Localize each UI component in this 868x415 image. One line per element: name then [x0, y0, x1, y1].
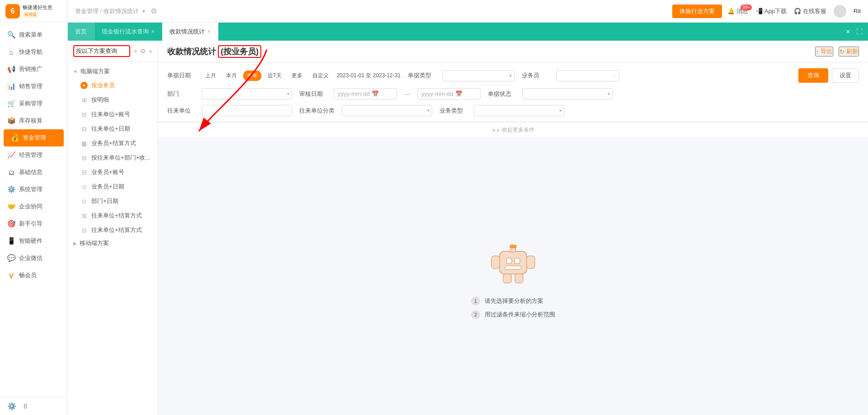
scheme-item-dept-date[interactable]: ⊙ 部门+日期: [68, 194, 158, 208]
sidebar-item-funds[interactable]: 💰 资金管理: [4, 129, 64, 146]
sidebar-item-quick-nav[interactable]: ⌂ 快捷导航: [0, 43, 67, 61]
empty-step-2: 2 用过滤条件来缩小分析范围: [471, 310, 555, 319]
wechat-icon: 💬: [7, 254, 15, 262]
query-button[interactable]: 查询: [798, 68, 828, 83]
sidebar-item-purchase[interactable]: 🛒 采购管理: [0, 95, 67, 112]
header-gear-icon[interactable]: ⚙: [151, 7, 157, 15]
partner-select[interactable]: [202, 105, 292, 116]
date-tab-custom[interactable]: 自定义: [309, 71, 332, 81]
messages-button[interactable]: 🔔 消息 99+: [727, 7, 748, 15]
scheme-item-partner-account[interactable]: ⊟ 往来单位+账号: [68, 107, 158, 122]
scheme-section: ▼ 电脑端方案 ● 按业务员 ⊞ 按明细 ⊟ 往来单位+账号 ⊟: [68, 62, 158, 253]
sidebar-item-label: 销售管理: [19, 82, 42, 90]
bank-flow-tab-close[interactable]: ×: [151, 28, 155, 35]
footer-collapse-icon[interactable]: ⏸: [22, 402, 29, 410]
doc-type-select[interactable]: [442, 70, 514, 81]
scheme-label: 往来单位+账号: [91, 110, 130, 118]
step-2-text: 用过滤条件来缩小分析范围: [485, 311, 555, 319]
mobile-scheme-group[interactable]: ▶ 移动端方案: [68, 237, 158, 250]
sidebar-item-enterprise[interactable]: 🤝 企业协同: [0, 198, 67, 215]
partner-category-select[interactable]: [342, 105, 432, 116]
sidebar-item-wechat[interactable]: 💬 企业微信: [0, 250, 67, 267]
scheme-label: 业务员+日期: [91, 183, 124, 191]
date-tab-last-7[interactable]: 近7天: [264, 71, 285, 81]
refresh-icon: ↻: [840, 48, 844, 55]
export-button[interactable]: ↑ 导出: [815, 47, 834, 57]
sidebar-item-search-menu[interactable]: 🔍 搜索菜单: [0, 26, 67, 43]
svg-rect-6: [491, 256, 500, 269]
footer-settings-icon[interactable]: ⚙️: [7, 402, 16, 410]
scheme-item-sal-account[interactable]: ⊟ 业务员+账号: [68, 165, 158, 179]
review-date-end[interactable]: yyyy-mm-dd 📅: [417, 88, 481, 99]
sidebar-item-member[interactable]: V 畅会员: [0, 267, 67, 284]
bell-icon: 🔔: [727, 8, 735, 14]
sidebar-item-operations[interactable]: 📈 经营管理: [0, 146, 67, 164]
scheme-icon-partner-settle1: ⊞: [80, 212, 88, 219]
user-avatar[interactable]: [834, 5, 846, 18]
biz-type-select[interactable]: [474, 105, 564, 116]
app-download-label: App下载: [764, 7, 787, 15]
page-content: 按以下方案查询 + ⚙ « ▼ 电脑端方案 ● 按业务员 ⊞: [68, 41, 868, 415]
date-tab-this-month[interactable]: 本月: [222, 71, 241, 81]
scheme-item-sal-date[interactable]: ⊙ 业务员+日期: [68, 179, 158, 194]
date-tab-last-month[interactable]: 上月: [202, 71, 220, 81]
review-date-start[interactable]: yyyy-mm-dd 📅: [334, 88, 397, 99]
sidebar-item-sales[interactable]: 📊 销售管理: [0, 78, 67, 95]
search-menu-icon: 🔍: [7, 31, 15, 39]
step-1-text: 请先选择要分析的方案: [485, 297, 543, 305]
empty-step-1: 1 请先选择要分析的方案: [471, 297, 555, 306]
svg-rect-2: [514, 258, 520, 264]
desktop-group-arrow: ▼: [73, 69, 78, 74]
breadcrumb-dropdown-icon[interactable]: ▾: [142, 8, 145, 14]
scheme-item-salesperson-settle[interactable]: ▦ 业务员+结算方式: [68, 136, 158, 151]
dept-select[interactable]: [202, 88, 292, 99]
settings-scheme-icon[interactable]: ⚙: [140, 47, 146, 55]
sidebar-item-smart-hw[interactable]: 📱 智能硬件: [0, 232, 67, 250]
scheme-item-by-salesperson[interactable]: ● 按业务员: [68, 78, 158, 93]
trial-button[interactable]: 体验行业方案: [672, 5, 722, 18]
app-download-button[interactable]: 📲 App下载: [755, 7, 787, 15]
scheme-item-by-detail[interactable]: ⊞ 按明细: [68, 93, 158, 107]
svg-rect-9: [515, 274, 523, 283]
scheme-item-partner-settle2[interactable]: ⊟ 往来单位+结算方式: [68, 223, 158, 237]
sidebar-item-guide[interactable]: 🎯 新手引导: [0, 215, 67, 232]
date-tab-more[interactable]: 更多: [288, 71, 306, 81]
export-label: 导出: [821, 47, 832, 56]
calendar-icon-start: 📅: [372, 90, 379, 97]
sidebar-item-basic-info[interactable]: 🗂 基础信息: [0, 164, 67, 181]
purchase-icon: 🛒: [7, 99, 15, 108]
tab-collection-stats[interactable]: 收款情况统计 ×: [162, 23, 218, 41]
scheme-item-partner-dept[interactable]: ⊟ 按往来单位+部门+收...: [68, 151, 158, 165]
scheme-item-partner-settle1[interactable]: ⊞ 往来单位+结算方式: [68, 208, 158, 223]
sidebar-item-marketing[interactable]: 📢 营销推广: [0, 61, 67, 78]
scheme-icon-partner-date: ⊟: [80, 126, 88, 132]
date-dash: —: [404, 90, 410, 97]
collection-stats-tab-close[interactable]: ×: [208, 28, 211, 35]
page-title-bar: 收款情况统计(按业务员) ↑ 导出 ↻ 刷新: [158, 41, 868, 63]
active-scheme-dot: ●: [80, 82, 88, 89]
top-header: 资金管理 / 收款情况统计 ▾ ⚙ 体验行业方案 🔔 消息 99+ 📲 App下…: [68, 0, 868, 23]
refresh-button[interactable]: ↻ 刷新: [839, 47, 859, 57]
filter-row-actions: 查询 设置: [798, 68, 859, 83]
salesperson-select[interactable]: [556, 70, 619, 81]
date-tab-this-year[interactable]: 本年: [243, 71, 261, 81]
logo-icon: 6: [5, 4, 20, 19]
expand-window-icon[interactable]: ⛶: [856, 28, 863, 35]
close-window-icon[interactable]: ✕: [845, 28, 851, 35]
refresh-label: 刷新: [846, 47, 858, 56]
collapse-bar[interactable]: ∧∧ 收起更多条件: [158, 122, 868, 137]
biz-type-select-wrap: ▾: [474, 105, 564, 116]
sidebar-item-inventory[interactable]: 📦 库存核算: [0, 112, 67, 129]
settings-button[interactable]: 设置: [832, 68, 859, 83]
desktop-scheme-group[interactable]: ▼ 电脑端方案: [68, 65, 158, 78]
tab-bank-flow[interactable]: 现金银行流水查询 ×: [94, 23, 162, 41]
guide-icon: 🎯: [7, 220, 15, 228]
scheme-item-partner-date[interactable]: ⊟ 往来单位+日期: [68, 122, 158, 136]
tab-home[interactable]: 首页: [68, 23, 94, 41]
sidebar-item-system[interactable]: ⚙️ 系统管理: [0, 181, 67, 198]
biz-type-label: 业务类型: [439, 107, 467, 115]
online-service-button[interactable]: 🎧 在线客服: [794, 7, 826, 15]
add-scheme-icon[interactable]: +: [134, 47, 137, 55]
collapse-panel-icon[interactable]: «: [149, 47, 152, 55]
doc-status-select[interactable]: [522, 88, 613, 99]
